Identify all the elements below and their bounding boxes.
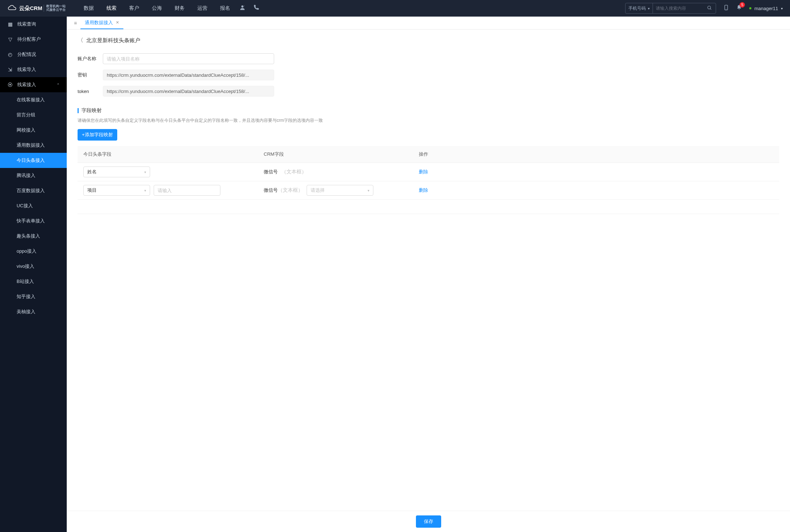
notification-badge: 5 (739, 2, 745, 8)
input-account-name[interactable] (103, 53, 274, 64)
sidebar-label: 今日头条接入 (17, 157, 45, 164)
sidebar-sub-toutiao[interactable]: 今日头条接入 (0, 153, 67, 168)
sidebar-label: 美柚接入 (17, 309, 35, 315)
tabs-bar: ≡ 通用数据接入 ✕ (67, 17, 790, 30)
sidebar-item-clue-query[interactable]: ▦ 线索查询 (0, 17, 67, 32)
sidebar-sub-bilibili[interactable]: B站接入 (0, 274, 67, 289)
sidebar-sub-uc[interactable]: UC接入 (0, 198, 67, 213)
section-title: 字段映射 (82, 107, 102, 114)
th-toutiao: 今日头条字段 (83, 151, 264, 158)
crm-field-type: （文本框） (281, 169, 307, 175)
sidebar-sub-qutoutiao[interactable]: 趣头条接入 (0, 229, 67, 244)
nav-clue[interactable]: 线索 (106, 1, 117, 16)
input-secret[interactable] (103, 70, 274, 80)
status-dot-icon (749, 7, 751, 9)
chevron-down-icon: ▾ (648, 6, 650, 10)
close-icon[interactable]: ✕ (116, 20, 119, 25)
add-mapping-button[interactable]: +添加字段映射 (78, 129, 117, 141)
sidebar-label: 百度数据接入 (17, 187, 45, 194)
user-add-icon[interactable]: + (239, 4, 246, 13)
label-token: token (78, 89, 103, 94)
nav-customer[interactable]: 客户 (129, 1, 139, 16)
sidebar-label: vivo接入 (17, 263, 34, 270)
sidebar-label: oppo接入 (17, 248, 36, 254)
logo[interactable]: 云朵CRM 教育机构一站 式服务云平台 (7, 3, 66, 13)
nav-public[interactable]: 公海 (152, 1, 162, 16)
input-token[interactable] (103, 86, 274, 97)
search-input[interactable] (653, 6, 703, 11)
mapping-table: 今日头条字段 CRM字段 操作 姓名 ▾ 微信号（文本 (78, 146, 779, 214)
select-value: 项目 (87, 187, 97, 194)
main: ≡ 通用数据接入 ✕ 〈 北京昱新科技头条账户 账户名称 密钥 (67, 17, 790, 532)
crm-field-type: （文本框） (278, 187, 303, 193)
chevron-down-icon: ▾ (144, 170, 146, 174)
table-row: 姓名 ▾ 微信号（文本框） 删除 (78, 163, 779, 181)
sidebar-item-allocation[interactable]: ◴ 分配情况 (0, 47, 67, 62)
sidebar-sub-oppo[interactable]: oppo接入 (0, 244, 67, 259)
crm-field-label: 微信号 (264, 187, 278, 193)
table-header: 今日头条字段 CRM字段 操作 (78, 146, 779, 163)
mobile-icon[interactable] (723, 4, 729, 13)
sidebar-item-access[interactable]: ⦿ 线索接入 ⌃ (0, 77, 67, 92)
th-crm: CRM字段 (264, 151, 419, 158)
nav-signup[interactable]: 报名 (220, 1, 230, 16)
section-bar-icon (78, 108, 79, 113)
sidebar-label: 在线客服接入 (17, 97, 45, 103)
nav-finance[interactable]: 财务 (175, 1, 185, 16)
toutiao-field-select[interactable]: 姓名 ▾ (83, 167, 150, 177)
page-title: 北京昱新科技头条账户 (86, 37, 140, 44)
sidebar-sub-vivo[interactable]: vivo接入 (0, 259, 67, 274)
nav-data[interactable]: 数据 (84, 1, 94, 16)
delete-button[interactable]: 删除 (419, 169, 428, 174)
back-arrow-icon[interactable]: 〈 (78, 37, 83, 44)
sidebar-sub-kuaishou[interactable]: 快手表单接入 (0, 213, 67, 229)
sidebar-label: 留言分组 (17, 112, 35, 118)
sidebar-label: B站接入 (17, 278, 34, 285)
label-secret: 密钥 (78, 72, 103, 78)
sidebar-sub-baidu[interactable]: 百度数据接入 (0, 183, 67, 198)
sidebar-label: 网校接入 (17, 127, 35, 133)
sidebar-label: 线索接入 (17, 81, 36, 88)
svg-point-3 (708, 6, 711, 9)
toutiao-field-input[interactable] (154, 185, 220, 196)
delete-button[interactable]: 删除 (419, 187, 428, 193)
sidebar-sub-message[interactable]: 留言分组 (0, 107, 67, 123)
content: 〈 北京昱新科技头条账户 账户名称 密钥 token 字段映射 (67, 30, 790, 532)
toutiao-field-select[interactable]: 项目 ▾ (83, 185, 150, 196)
username: manager11 (754, 6, 778, 11)
svg-point-0 (241, 5, 243, 8)
nav-operate[interactable]: 运营 (197, 1, 207, 16)
sidebar-sub-school[interactable]: 网校接入 (0, 123, 67, 138)
chevron-up-icon: ⌃ (57, 83, 60, 87)
breadcrumb: 〈 北京昱新科技头条账户 (78, 37, 779, 44)
save-button[interactable]: 保存 (416, 515, 441, 528)
sidebar-sub-tencent[interactable]: 腾讯接入 (0, 168, 67, 183)
import-icon: ⇲ (7, 67, 13, 72)
sidebar-item-pending[interactable]: ▽ 待分配客户 (0, 32, 67, 47)
cloud-logo-icon (7, 3, 17, 13)
search-type-select[interactable]: 手机号码 ▾ (626, 3, 653, 13)
crm-field-select[interactable]: 请选择 ▾ (307, 185, 373, 196)
sidebar-sub-online[interactable]: 在线客服接入 (0, 92, 67, 107)
svg-text:+: + (243, 5, 245, 7)
header: 云朵CRM 教育机构一站 式服务云平台 数据 线索 客户 公海 财务 运营 报名… (0, 0, 790, 17)
sidebar-sub-meiyou[interactable]: 美柚接入 (0, 304, 67, 319)
sidebar-sub-zhihu[interactable]: 知乎接入 (0, 289, 67, 304)
collapse-sidebar-button[interactable]: ≡ (70, 20, 80, 26)
grid-icon: ▦ (7, 21, 13, 27)
chevron-down-icon: ▾ (781, 6, 783, 10)
logo-text: 云朵CRM (19, 5, 42, 12)
search-button[interactable] (703, 5, 716, 12)
sidebar-sub-generic[interactable]: 通用数据接入 (0, 138, 67, 153)
phone-icon[interactable] (253, 4, 259, 13)
sidebar: ▦ 线索查询 ▽ 待分配客户 ◴ 分配情况 ⇲ 线索导入 ⦿ 线索接入 ⌃ 在线… (0, 17, 67, 532)
table-row: 项目 ▾ 微信号（文本框） 请选择 ▾ (78, 181, 779, 200)
sidebar-label: 知乎接入 (17, 293, 35, 300)
bell-icon[interactable]: 5 (736, 4, 742, 13)
label-account-name: 账户名称 (78, 56, 103, 62)
tab-generic-data[interactable]: 通用数据接入 ✕ (80, 17, 123, 29)
sidebar-label: 线索查询 (17, 21, 36, 27)
sidebar-label: 待分配客户 (17, 36, 41, 43)
sidebar-item-import[interactable]: ⇲ 线索导入 (0, 62, 67, 77)
user-menu[interactable]: manager11 ▾ (749, 6, 783, 11)
